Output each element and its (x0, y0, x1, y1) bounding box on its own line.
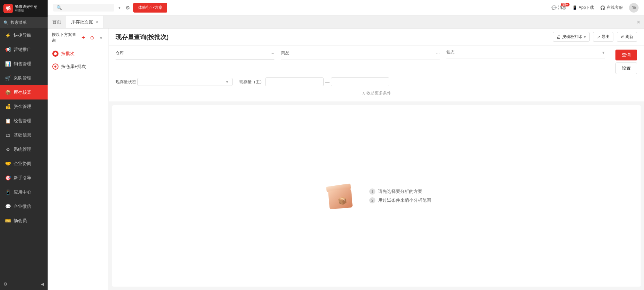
left-panel: 按以下方案查询 + ⊙ « 按批次 按仓库 (48, 29, 109, 290)
product-more-icon[interactable]: ··· (436, 51, 440, 56)
stock-qty-field: 现存量（主） — (239, 77, 389, 86)
page-content: 按以下方案查询 + ⊙ « 按批次 按仓库 (48, 29, 644, 290)
export-button[interactable]: ↗ 导出 (593, 32, 613, 42)
sidebar-item-member[interactable]: 🎫 畅会员 (0, 214, 48, 228)
sidebar-item-appstore[interactable]: 📱 应用中心 (0, 185, 48, 199)
warehouse-input[interactable] (125, 50, 268, 57)
tabs-bar: 首页 库存批次账 × ✕ (48, 16, 644, 29)
sidebar-bottom: ⚙ ◀ (0, 278, 48, 290)
status-select[interactable]: ▼ (456, 51, 605, 55)
refresh-icon: ↺ (621, 35, 624, 39)
topbar-search-box[interactable]: 🔍 (53, 4, 114, 12)
nav-icon-quick: ⚡ (5, 32, 11, 38)
page-actions: 🖨 按模板打印 ▾ ↗ 导出 ↺ 刷新 (553, 32, 637, 42)
status-label: 状态 (446, 50, 455, 55)
topbar-gear-icon[interactable]: ⚙ (125, 5, 130, 11)
collapse-icon: ∧ (362, 91, 365, 96)
tab-panel-close-icon[interactable]: ✕ (637, 19, 641, 25)
sidebar-item-finance[interactable]: 💰 资金管理 (0, 99, 48, 114)
tip-num-2: 2 (369, 197, 375, 203)
svg-point-0 (54, 52, 57, 55)
topbar-search-icon: 🔍 (56, 5, 62, 10)
sidebar-item-basic[interactable]: 🗂 基础信息 (0, 128, 48, 142)
online-service-button[interactable]: 🎧 在线客服 (600, 5, 623, 11)
query-button[interactable]: 查询 (615, 50, 637, 60)
sidebar-collapse-icon[interactable]: ◀ (41, 282, 44, 287)
settings-plan-button[interactable]: ⊙ (89, 34, 96, 41)
message-icon: 💬 (552, 5, 557, 10)
empty-state-content: 📦 1 请先选择要分析的方案 2 用过滤条件来缩小分析范围 (322, 177, 431, 215)
nav-icon-member: 🎫 (5, 218, 11, 224)
tab-extra-close: ✕ (634, 19, 644, 25)
search-icon: 🔍 (3, 20, 9, 25)
template-print-button[interactable]: 🖨 按模板打印 ▾ (553, 32, 590, 42)
left-panel-header: 按以下方案查询 + ⊙ « (48, 29, 108, 47)
sidebar-item-wechat[interactable]: 💬 企业微信 (0, 199, 48, 214)
main-area: 🔍 ▾ ⚙ 体验行业方案 💬 消息 99+ 📱 App下载 🎧 在线客服 Rit (48, 0, 644, 290)
sidebar-item-quick-nav[interactable]: ⚡ 快捷导航 (0, 28, 48, 42)
sidebar-item-inventory[interactable]: 📦 库存核算 (0, 85, 48, 99)
topbar: 🔍 ▾ ⚙ 体验行业方案 💬 消息 99+ 📱 App下载 🎧 在线客服 Rit (48, 0, 644, 16)
nav-icon-wechat: 💬 (5, 203, 11, 210)
empty-tip-1: 1 请先选择要分析的方案 (369, 188, 431, 195)
sidebar-nav: ⚡ 快捷导航 📢 营销推广 📊 销售管理 🛒 采购管理 📦 库存核算 💰 资金管… (0, 28, 48, 278)
sidebar-item-purchase[interactable]: 🛒 采购管理 (0, 71, 48, 85)
stock-qty-min-input[interactable] (265, 77, 324, 86)
app-title: 畅康通好生意 标准版 (15, 4, 37, 13)
nav-icon-inventory: 📦 (5, 89, 11, 95)
message-badge: 99+ (561, 3, 570, 6)
sidebar-item-enterprise[interactable]: 🤝 企业协同 (0, 157, 48, 171)
sidebar-item-newbie[interactable]: 🎯 新手引导 (0, 171, 48, 185)
tab-inventory-batch[interactable]: 库存批次账 × (66, 16, 103, 28)
plan-icon-by-warehouse-batch (52, 64, 58, 70)
stock-qty-label: 现存量（主） (239, 79, 264, 85)
refresh-button[interactable]: ↺ 刷新 (617, 32, 637, 42)
sidebar-header: 畅 畅康通好生意 标准版 (0, 0, 48, 17)
sidebar-settings-icon[interactable]: ⚙ (3, 282, 7, 287)
messages-button[interactable]: 💬 消息 99+ (552, 5, 566, 11)
stock-status-label: 现存量状态 (116, 79, 136, 85)
sidebar-search[interactable]: 🔍 搜索菜单 (0, 17, 48, 28)
nav-icon-purchase: 🛒 (5, 75, 11, 81)
collapse-plan-button[interactable]: « (98, 34, 104, 41)
sidebar-item-system[interactable]: ⚙ 系统管理 (0, 142, 48, 157)
plan-icon-by-batch (52, 51, 58, 57)
sidebar-item-sales[interactable]: 📊 销售管理 (0, 57, 48, 71)
trial-button[interactable]: 体验行业方案 (133, 3, 167, 13)
app-download-button[interactable]: 📱 App下载 (572, 5, 594, 11)
download-icon: 📱 (572, 5, 577, 10)
nav-icon-finance: 💰 (5, 104, 11, 110)
nav-icon-system: ⚙ (5, 146, 11, 152)
nav-icon-appstore: 📱 (5, 189, 11, 195)
collapse-more-button[interactable]: ∧ 收起更多条件 (116, 89, 637, 97)
add-plan-button[interactable]: + (80, 34, 87, 41)
user-avatar[interactable]: Rit (629, 3, 639, 13)
filter-settings-button[interactable]: 设置 (615, 62, 637, 74)
filter-area: 仓库 ··· 商品 ··· 状态 ▼ (109, 46, 644, 102)
right-content: 现存量查询(按批次) 🖨 按模板打印 ▾ ↗ 导出 ↺ 刷新 (109, 29, 644, 290)
topbar-chevron-icon[interactable]: ▾ (118, 5, 121, 10)
stock-status-field: 现存量状态 ▼ (116, 78, 233, 86)
warehouse-more-icon[interactable]: ··· (271, 51, 274, 56)
nav-icon-sales: 📊 (5, 61, 11, 67)
page-title: 现存量查询(按批次) (116, 33, 169, 41)
plan-item-by-warehouse-batch[interactable]: 按仓库+批次 (48, 60, 108, 73)
tip-num-1: 1 (369, 188, 375, 195)
tab-close-icon[interactable]: × (96, 20, 98, 24)
left-panel-title: 按以下方案查询 (52, 32, 80, 43)
sidebar-item-marketing[interactable]: 📢 营销推广 (0, 42, 48, 57)
sidebar-item-business[interactable]: 📋 经营管理 (0, 114, 48, 128)
stock-status-select[interactable]: ▼ (137, 78, 233, 86)
warehouse-label: 仓库 (116, 50, 124, 56)
nav-icon-marketing: 📢 (5, 47, 11, 53)
product-input[interactable] (291, 50, 434, 56)
nav-icon-basic: 🗂 (5, 132, 11, 138)
plan-item-by-batch[interactable]: 按批次 (48, 47, 108, 60)
topbar-search-input[interactable] (64, 5, 98, 10)
topbar-right: 💬 消息 99+ 📱 App下载 🎧 在线客服 Rit (552, 3, 639, 13)
svg-text:📦: 📦 (337, 196, 348, 205)
tab-home[interactable]: 首页 (48, 16, 66, 28)
stock-qty-max-input[interactable] (331, 77, 389, 86)
empty-tips: 1 请先选择要分析的方案 2 用过滤条件来缩小分析范围 (369, 188, 431, 203)
empty-box-svg: 📦 (326, 182, 356, 213)
